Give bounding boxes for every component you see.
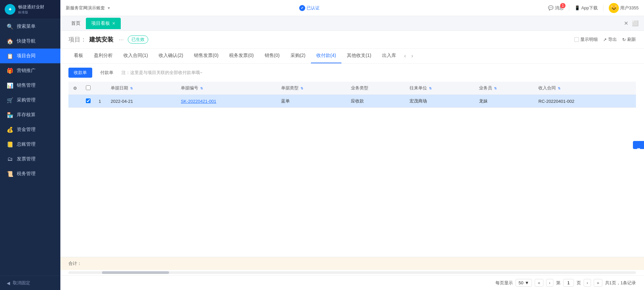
project-actions: 显示明细 ↗ 导出 ↻ 刷新: [574, 37, 636, 43]
subtab-in-out[interactable]: 出入库: [377, 49, 401, 63]
subtab-sales[interactable]: 销售(0): [259, 49, 285, 63]
sidebar-icon-project-contract: 📋: [7, 53, 13, 59]
tab-home-label: 首页: [71, 20, 80, 26]
table-row[interactable]: 1 2022-04-21 SK-20220421-001 蓝单 应收款 宏茂商场…: [68, 95, 636, 108]
app-edition: 标准版: [18, 10, 44, 15]
tab-project-board[interactable]: 项目看板 ✕: [86, 18, 121, 29]
inner-tab-payment[interactable]: 付款单: [95, 68, 119, 78]
project-more-button[interactable]: ···: [119, 36, 124, 43]
col-income-contract[interactable]: 收入合同 ⇅: [534, 82, 636, 95]
col-partner[interactable]: 往来单位 ⇅: [406, 82, 475, 95]
sidebar-icon-inventory: 🏪: [7, 112, 13, 118]
subtab-income-confirm[interactable]: 收入确认(2): [153, 49, 189, 63]
maximize-button[interactable]: ⬜: [632, 20, 639, 27]
account-name: 新服务官网演示账套: [66, 5, 105, 11]
sort-date-icon: ⇅: [130, 86, 133, 90]
inner-tabs: 收款单 付款单 注：这里是与项目关联的全部收付款单哦~: [60, 64, 644, 82]
subtabs: 看板 盈利分析 收入合同(1) 收入确认(2) 销售发票(0) 税务发票(0) …: [60, 49, 644, 64]
account-arrow-icon: ▼: [107, 6, 111, 10]
sidebar-item-fund-mgmt[interactable]: 💰 资金管理: [0, 122, 60, 137]
select-all-checkbox[interactable]: [86, 85, 91, 90]
per-page-select[interactable]: 50 ▼: [516, 279, 532, 287]
col-type-label: 单据类型: [281, 85, 299, 90]
sidebar-item-invoice-mgmt[interactable]: 🗂 发票管理: [0, 152, 60, 166]
close-button[interactable]: ✕: [623, 20, 629, 27]
per-page-arrow-icon: ▼: [525, 280, 529, 285]
horizontal-scrollbar[interactable]: [68, 271, 636, 274]
tab-home[interactable]: 首页: [66, 18, 86, 29]
unpin-label: 取消固定: [13, 280, 30, 286]
sidebar-item-marketing[interactable]: 🎁 营销推广: [0, 63, 60, 78]
row-checkbox-0[interactable]: [86, 98, 91, 103]
col-biz-type: 业务类型: [347, 82, 406, 95]
subtab-payment[interactable]: 收付款(4): [311, 49, 341, 63]
row-partner: 宏茂商场: [406, 95, 475, 108]
col-date-label: 单据日期: [111, 85, 128, 90]
user-avatar: 🐱: [609, 3, 619, 13]
subtab-profit[interactable]: 盈利分析: [89, 49, 118, 63]
pagination: 每页显示 50 ▼ « ‹ 第 页 › » 共1页，1条记录: [60, 275, 644, 290]
logo-icon: ✦: [5, 4, 15, 15]
col-partner-label: 往来单位: [410, 85, 427, 90]
col-salesperson[interactable]: 业务员 ⇅: [475, 82, 534, 95]
message-button[interactable]: 💬 消息 1: [548, 5, 564, 11]
col-settings[interactable]: ⚙: [68, 82, 82, 95]
sidebar-item-inventory[interactable]: 🏪 库存核算: [0, 107, 60, 122]
certified-text: 已认证: [307, 5, 320, 11]
first-page-button[interactable]: «: [535, 279, 543, 287]
sidebar-item-tax-mgmt[interactable]: 📜 税务管理: [0, 166, 60, 181]
refresh-button[interactable]: ↻ 刷新: [622, 37, 636, 43]
certified-badge: ✔ 已认证: [299, 5, 320, 11]
refresh-icon: ↻: [622, 37, 626, 42]
account-selector[interactable]: 新服务官网演示账套 ▼: [66, 5, 294, 11]
subtab-sales-invoice[interactable]: 销售发票(0): [189, 49, 224, 63]
scrollbar-row: [60, 270, 644, 275]
total-label: 合计：: [68, 261, 82, 266]
tab-close-icon[interactable]: ✕: [112, 21, 115, 26]
sidebar-item-sales-mgmt[interactable]: 📊 销售管理: [0, 78, 60, 93]
user-button[interactable]: 🐱 用户3355: [609, 3, 639, 13]
show-detail-checkbox[interactable]: [574, 37, 579, 42]
sidebar-item-ledger-mgmt[interactable]: 📒 总账管理: [0, 137, 60, 152]
subtab-prev-btn[interactable]: ‹: [401, 52, 409, 60]
subtab-income-contract[interactable]: 收入合同(1): [118, 49, 153, 63]
sidebar-label-marketing: 营销推广: [17, 68, 36, 74]
export-button[interactable]: ↗ 导出: [603, 37, 617, 43]
sidebar-item-purchase-mgmt[interactable]: 🛒 采购管理: [0, 93, 60, 107]
last-page-button[interactable]: »: [594, 279, 602, 287]
col-type[interactable]: 单据类型 ⇅: [277, 82, 346, 95]
col-number[interactable]: 单据编号 ⇅: [177, 82, 277, 95]
sidebar-item-search[interactable]: 🔍 搜索菜单: [0, 19, 60, 34]
sort-income-contract-icon: ⇅: [558, 86, 560, 90]
col-date[interactable]: 单据日期 ⇅: [107, 82, 177, 95]
row-number-link[interactable]: SK-20220421-001: [181, 99, 216, 104]
page-input[interactable]: [563, 279, 574, 287]
subtab-next-btn[interactable]: ›: [409, 52, 416, 60]
topbar-right: 💬 消息 1 📱 App下载 🐱 用户3355: [548, 3, 639, 13]
sidebar-footer[interactable]: ◀ 取消固定: [0, 276, 60, 290]
table-note: 注：这里是与项目关联的全部收付款单哦~: [121, 70, 203, 76]
subtab-purchase[interactable]: 采购(2): [285, 49, 311, 63]
show-detail-button[interactable]: 显示明细: [574, 37, 598, 43]
message-icon: 💬: [548, 5, 553, 10]
sidebar-item-quick-nav[interactable]: 🏠 快捷导航: [0, 34, 60, 49]
sidebar-label-search: 搜索菜单: [17, 23, 36, 29]
show-detail-label: 显示明细: [580, 37, 598, 43]
prev-page-button[interactable]: ‹: [546, 279, 553, 287]
feedback-button[interactable]: 意见反馈: [633, 141, 644, 149]
subtab-tax-invoice[interactable]: 税务发票(0): [224, 49, 259, 63]
inner-tab-receipt[interactable]: 收款单: [68, 68, 92, 78]
project-label-prefix: 项目：: [68, 35, 87, 44]
col-checkbox: [82, 82, 95, 95]
scrollbar-thumb[interactable]: [102, 271, 169, 274]
sidebar-item-project-contract[interactable]: 📋 项目合同: [0, 49, 60, 63]
per-page-label: 每页显示: [495, 280, 513, 286]
next-page-button[interactable]: ›: [584, 279, 591, 287]
sidebar-label-quick-nav: 快捷导航: [17, 38, 36, 44]
subtab-other-income[interactable]: 其他收支(1): [341, 49, 377, 63]
topbar-divider2: [603, 5, 603, 11]
export-icon: ↗: [603, 37, 607, 42]
app-download-button[interactable]: 📱 App下载: [575, 5, 598, 11]
subtab-kanban[interactable]: 看板: [68, 49, 89, 63]
topbar: 新服务官网演示账套 ▼ ✔ 已认证 💬 消息 1 📱 App下载 🐱 用户335…: [60, 0, 644, 16]
